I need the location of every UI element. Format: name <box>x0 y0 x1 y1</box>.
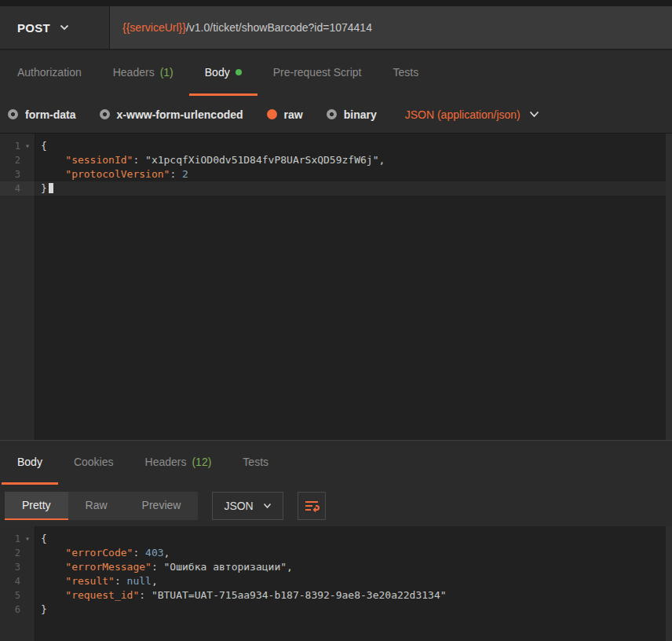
response-tab-body[interactable]: Body <box>2 441 58 485</box>
code-line-2: 2 "sessionId": "x1pcqfXiOD0dv51D84fvP8UA… <box>0 153 672 167</box>
fold-gutter-space <box>20 574 35 588</box>
code-text: "protocolVersion": 2 <box>35 167 188 181</box>
request-url-bar: POST {{serviceUrl}}/v1.0/ticket/showBarc… <box>0 6 672 50</box>
tab-label: Tests <box>393 66 419 79</box>
radio-icon <box>8 109 18 119</box>
top-strip <box>0 0 672 6</box>
body-mode-binary[interactable]: binary <box>327 108 377 121</box>
fold-caret-icon[interactable]: ▾ <box>20 532 35 546</box>
text-cursor <box>49 183 53 193</box>
code-text: "errorMessage": "Ошибка авторизации", <box>35 560 293 574</box>
request-tab-body[interactable]: Body <box>189 50 257 96</box>
fold-gutter-space <box>20 560 35 574</box>
view-switcher: PrettyRawPreview <box>5 492 198 520</box>
code-text: "errorCode": 403, <box>35 546 170 560</box>
tab-label: Pre-request Script <box>273 66 362 79</box>
code-text: "sessionId": "x1pcqfXiOD0dv51D84fvP8UArS… <box>35 153 385 167</box>
radio-icon <box>327 109 337 119</box>
code-text: "result": null, <box>35 574 158 588</box>
tab-label: Headers <box>145 456 187 468</box>
tab-count-badge: (12) <box>192 456 211 468</box>
fold-gutter-space <box>20 167 35 181</box>
tab-label: Authorization <box>17 66 82 79</box>
fold-gutter-space <box>20 153 35 167</box>
response-body-editor: 1▾{2 "errorCode": 403,3 "errorMessage": … <box>0 526 672 641</box>
url-input[interactable]: {{serviceUrl}}/v1.0/ticket/showBarcode?i… <box>110 6 672 49</box>
line-number: 1 <box>0 532 20 546</box>
request-tab-headers[interactable]: Headers(1) <box>97 50 189 96</box>
mode-label: form-data <box>25 108 76 121</box>
body-mode-raw[interactable]: raw <box>267 108 303 121</box>
tab-label: Cookies <box>74 456 114 468</box>
code-text: { <box>35 532 47 546</box>
url-variable: {{serviceUrl}} <box>122 21 186 34</box>
code-line-3: 3 "protocolVersion": 2 <box>0 167 672 181</box>
code-line-4: 4 "result": null, <box>0 574 672 588</box>
line-number: 4 <box>0 181 20 196</box>
url-path: /v1.0/ticket/showBarcode?id=1074414 <box>186 21 372 34</box>
view-raw[interactable]: Raw <box>68 492 125 520</box>
postman-window: POST {{serviceUrl}}/v1.0/ticket/showBarc… <box>0 0 672 641</box>
line-number: 3 <box>0 560 20 574</box>
content-type-selector[interactable]: JSON (application/json) <box>405 108 539 121</box>
code-text: { <box>35 139 47 153</box>
body-modes: form-datax-www-form-urlencodedrawbinary <box>8 108 377 121</box>
radio-icon <box>100 109 110 119</box>
body-mode-x-www-form-urlencoded[interactable]: x-www-form-urlencoded <box>100 108 243 121</box>
code-text: } <box>35 181 53 196</box>
line-number: 2 <box>0 546 20 560</box>
response-tab-headers[interactable]: Headers(12) <box>130 441 228 485</box>
response-tab-cookies[interactable]: Cookies <box>58 441 130 485</box>
chevron-down-icon <box>263 503 272 509</box>
view-pretty[interactable]: Pretty <box>5 492 68 520</box>
line-number: 3 <box>0 167 20 181</box>
wrap-lines-icon <box>304 499 320 513</box>
line-number: 6 <box>0 603 20 617</box>
wrap-lines-button[interactable] <box>298 492 326 520</box>
tab-label: Tests <box>243 456 268 468</box>
view-preview[interactable]: Preview <box>125 492 199 520</box>
request-tab-pre-request-script[interactable]: Pre-request Script <box>257 50 378 96</box>
request-tab-tests[interactable]: Tests <box>378 50 435 96</box>
chevron-down-icon <box>529 111 539 118</box>
body-content-dot-icon <box>236 69 242 75</box>
code-text: "request_id": "BTUAT=UAT-715aa934-b187-8… <box>35 588 447 603</box>
response-tabs: BodyCookiesHeaders(12)Tests <box>0 440 672 485</box>
tab-label: Body <box>17 456 42 468</box>
code-line-1: 1▾{ <box>0 139 672 153</box>
method-label: POST <box>17 21 50 35</box>
response-tab-tests[interactable]: Tests <box>227 441 284 485</box>
method-selector[interactable]: POST <box>0 6 110 49</box>
fold-gutter-space <box>20 546 35 560</box>
code-line-4: 4} <box>0 181 672 196</box>
fold-gutter-space <box>20 603 35 617</box>
language-selector[interactable]: JSON <box>212 492 283 520</box>
radio-selected-icon <box>267 109 277 119</box>
tab-count-badge: (1) <box>160 66 173 79</box>
code-line-6: 6} <box>0 603 672 617</box>
tab-label: Body <box>205 66 230 79</box>
fold-gutter-space <box>20 181 35 196</box>
request-body-editor[interactable]: 1▾{2 "sessionId": "x1pcqfXiOD0dv51D84fvP… <box>0 134 672 440</box>
body-mode-bar: form-datax-www-form-urlencodedrawbinary … <box>0 96 672 134</box>
line-number: 1 <box>0 139 20 153</box>
code-line-1: 1▾{ <box>0 532 672 546</box>
mode-label: raw <box>284 108 303 121</box>
fold-gutter-space <box>20 588 35 603</box>
chevron-down-icon <box>60 24 69 31</box>
fold-caret-icon[interactable]: ▾ <box>20 139 35 153</box>
body-mode-form-data[interactable]: form-data <box>8 108 76 121</box>
code-text: } <box>35 603 47 617</box>
tab-label: Headers <box>113 66 155 79</box>
code-line-2: 2 "errorCode": 403, <box>0 546 672 560</box>
line-number: 2 <box>0 153 20 167</box>
response-toolbar: PrettyRawPreview JSON <box>0 485 672 526</box>
request-tab-authorization[interactable]: Authorization <box>2 50 97 96</box>
line-number: 4 <box>0 574 20 588</box>
code-line-3: 3 "errorMessage": "Ошибка авторизации", <box>0 560 672 574</box>
line-number: 5 <box>0 588 20 603</box>
language-label: JSON <box>224 500 253 512</box>
mode-label: x-www-form-urlencoded <box>117 108 243 121</box>
code-line-5: 5 "request_id": "BTUAT=UAT-715aa934-b187… <box>0 588 672 603</box>
request-tabs: AuthorizationHeaders(1)BodyPre-request S… <box>0 50 672 96</box>
